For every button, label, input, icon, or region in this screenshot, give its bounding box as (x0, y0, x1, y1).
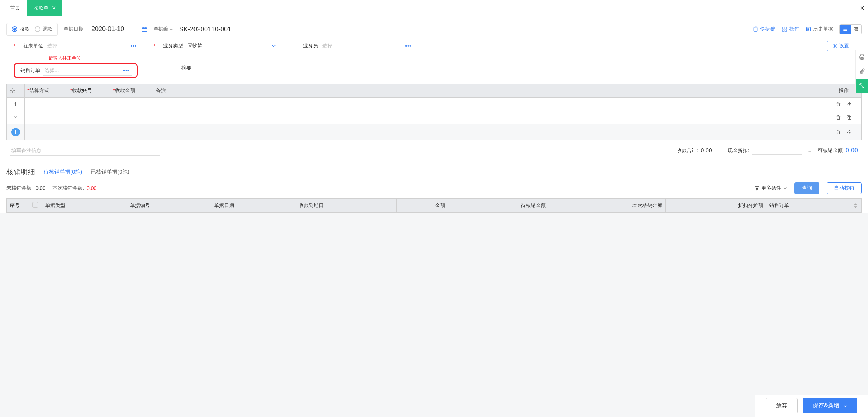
type-toggle: 收款 退款 (6, 23, 58, 36)
biztype-field: * 业务类型 (153, 41, 278, 51)
view-card-button[interactable] (851, 25, 861, 34)
view-list-button[interactable] (840, 25, 851, 34)
radio-receive[interactable]: 收款 (12, 26, 30, 32)
col-discount: 折扣分摊额 (666, 199, 766, 213)
delete-icon[interactable] (836, 115, 841, 120)
biztype-input[interactable] (186, 41, 279, 51)
sales-order-input[interactable] (43, 65, 132, 76)
party-field: * 往来单位 ••• (14, 41, 139, 51)
col-order: 销售订单 (766, 199, 851, 213)
calendar-icon[interactable] (141, 26, 148, 32)
tab-receipt-label: 收款单 (34, 5, 49, 11)
col-pending: 待核销金额 (448, 199, 549, 213)
history-button[interactable]: 历史单据 (806, 26, 833, 32)
svg-point-12 (12, 90, 13, 91)
lookup-icon[interactable]: ••• (405, 43, 412, 49)
party-input[interactable] (46, 41, 139, 51)
sales-order-label: 销售订单 (19, 67, 40, 74)
payment-table: *结算方式 *收款账号 *收款金额 备注 操作 1 2 (6, 84, 862, 140)
unwriteoff-label: 未核销金额: (6, 185, 33, 191)
expand-icon[interactable] (855, 79, 868, 93)
query-button[interactable]: 查询 (794, 182, 819, 194)
col-type: 单据类型 (42, 199, 127, 213)
summary-label: 摘要 (166, 65, 191, 71)
writeoff-label: 可核销金额 (818, 147, 843, 154)
remark-input[interactable] (10, 145, 160, 156)
radio-icon (12, 26, 17, 32)
app-close-icon[interactable]: × (860, 4, 864, 13)
settings-button[interactable]: 设置 (827, 41, 854, 51)
sort-icon (854, 203, 857, 208)
lookup-icon[interactable]: ••• (131, 43, 137, 49)
col-gear[interactable] (7, 84, 25, 98)
col-seq: 序号 (7, 199, 28, 213)
add-row-button[interactable]: + (11, 128, 20, 136)
chevron-down-icon (783, 186, 787, 190)
party-error: 请输入往来单位 (49, 55, 854, 61)
svg-rect-0 (142, 27, 147, 32)
col-this: 本次核销金额 (549, 199, 666, 213)
required-icon: * (14, 43, 15, 49)
copy-icon[interactable] (846, 129, 852, 135)
party-label: 往来单位 (18, 43, 43, 49)
table-add-row: + (7, 124, 862, 140)
date-input[interactable]: 2020-01-10 (89, 25, 136, 34)
col-amount: 收款金额 (115, 87, 135, 93)
eq-sign: = (808, 148, 811, 154)
lookup-icon[interactable]: ••• (123, 68, 130, 74)
date-label: 单据日期 (64, 26, 84, 32)
tab-done[interactable]: 已核销单据(0笔) (91, 169, 129, 175)
delete-icon[interactable] (836, 129, 841, 135)
radio-icon (35, 26, 40, 32)
auto-writeoff-button[interactable]: 自动核销 (827, 182, 862, 194)
close-icon[interactable]: × (52, 4, 56, 12)
thiswriteoff-value: 0.00 (87, 185, 96, 191)
more-conditions-button[interactable]: 更多条件 (755, 185, 787, 191)
copy-icon[interactable] (846, 101, 852, 107)
salesman-label: 业务员 (293, 43, 318, 49)
summary-row: 收款合计: 0.00 + 现金折扣: = 可核销金额 0.00 (6, 140, 862, 161)
svg-rect-10 (856, 30, 858, 31)
ops-button[interactable]: 操作 (782, 26, 799, 32)
svg-rect-9 (854, 30, 856, 31)
svg-rect-1 (754, 27, 757, 31)
discount-input[interactable] (752, 147, 802, 155)
salesman-input[interactable] (321, 41, 414, 51)
table-row[interactable]: 2 (7, 111, 862, 124)
gear-icon (10, 88, 15, 94)
tab-pending[interactable]: 待核销单据(0笔) (44, 169, 82, 175)
thiswriteoff-label: 本次核销金额: (52, 185, 84, 191)
print-icon[interactable] (855, 50, 868, 64)
radio-refund-label: 退款 (42, 26, 52, 32)
shortcut-button[interactable]: 快捷键 (753, 26, 775, 32)
col-account: 收款账号 (72, 87, 92, 93)
svg-point-11 (834, 45, 836, 47)
col-date: 单据日期 (211, 199, 296, 213)
col-amount: 金额 (396, 199, 448, 213)
chevron-down-icon[interactable] (271, 43, 277, 49)
writeoff-title: 核销明细 (6, 167, 35, 177)
col-sort[interactable] (851, 199, 862, 213)
copy-icon[interactable] (846, 115, 852, 120)
tab-receipt[interactable]: 收款单 × (27, 0, 62, 16)
delete-icon[interactable] (836, 101, 841, 107)
svg-rect-7 (854, 27, 856, 29)
select-all-checkbox[interactable] (32, 202, 38, 208)
total-label: 收款合计: (677, 147, 698, 154)
attach-icon[interactable] (855, 64, 868, 79)
summary-input[interactable] (194, 63, 287, 73)
required-icon: * (153, 43, 155, 49)
col-remark: 备注 (153, 84, 826, 98)
unwriteoff-value: 0.00 (36, 185, 45, 191)
plus-sign: + (718, 148, 721, 154)
writeoff-section: 核销明细 待核销单据(0笔) 已核销单据(0笔) (6, 161, 862, 180)
radio-refund[interactable]: 退款 (35, 26, 52, 32)
table-row[interactable]: 1 (7, 98, 862, 111)
svg-rect-4 (782, 30, 784, 31)
sales-order-highlight: 销售订单 ••• (14, 63, 138, 78)
col-method: 结算方式 (29, 87, 49, 93)
total-value: 0.00 (701, 147, 712, 154)
svg-rect-3 (785, 27, 787, 29)
tab-home[interactable]: 首页 (3, 0, 27, 16)
tabs-bar: 首页 收款单 × × (0, 0, 868, 16)
